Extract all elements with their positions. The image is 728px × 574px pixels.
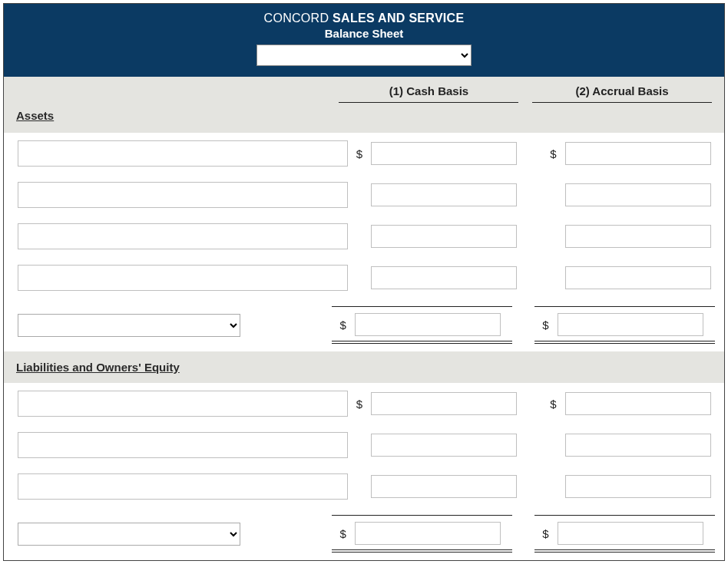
liab-section-band: Liabilities and Owners' Equity	[4, 351, 724, 383]
asset-row	[4, 174, 724, 216]
column-header-cash: (1) Cash Basis	[339, 84, 518, 103]
liab-total-accrual-input[interactable]	[558, 522, 703, 545]
assets-total-cash-input[interactable]	[355, 313, 501, 336]
currency-symbol: $	[348, 398, 371, 411]
liab-total-select[interactable]	[18, 523, 240, 546]
currency-symbol: $	[534, 318, 558, 332]
company-name: CONCORD SALES AND SERVICE	[4, 12, 724, 25]
liab-total-row: $ $	[4, 507, 724, 560]
currency-symbol: $	[348, 147, 371, 160]
liab-accrual-input[interactable]	[565, 475, 711, 498]
liab-row	[4, 424, 724, 466]
liab-total-cash-input[interactable]	[355, 522, 501, 545]
asset-cash-input[interactable]	[371, 142, 517, 165]
liab-label-input[interactable]	[18, 391, 348, 417]
assets-section-title: Assets	[4, 103, 724, 130]
asset-accrual-input[interactable]	[565, 183, 711, 206]
date-select[interactable]	[256, 45, 472, 66]
column-header-accrual: (2) Accrual Basis	[532, 84, 712, 103]
asset-cash-input[interactable]	[371, 183, 517, 206]
asset-accrual-input[interactable]	[565, 225, 711, 248]
currency-symbol: $	[542, 147, 565, 160]
liab-label-input[interactable]	[18, 432, 348, 458]
liab-row	[4, 466, 724, 507]
assets-total-accrual-input[interactable]	[558, 313, 703, 336]
currency-symbol: $	[332, 318, 355, 332]
company-bold: SALES AND SERVICE	[333, 12, 464, 25]
liab-cash-input[interactable]	[371, 434, 517, 457]
liab-cash-input[interactable]	[371, 392, 517, 415]
asset-cash-input[interactable]	[371, 266, 517, 289]
currency-symbol: $	[534, 527, 558, 540]
assets-total-row: $ $	[4, 299, 724, 351]
currency-symbol: $	[542, 398, 565, 411]
asset-accrual-input[interactable]	[565, 266, 711, 289]
liab-cash-input[interactable]	[371, 475, 517, 498]
column-headers-band: (1) Cash Basis (2) Accrual Basis Assets	[4, 77, 724, 133]
liab-accrual-input[interactable]	[565, 392, 711, 415]
asset-row	[4, 216, 724, 257]
asset-row	[4, 257, 724, 299]
asset-label-input[interactable]	[18, 182, 348, 208]
liab-accrual-input[interactable]	[565, 434, 711, 457]
liab-row: $ $	[4, 383, 724, 424]
asset-row: $ $	[4, 133, 724, 174]
asset-label-input[interactable]	[18, 140, 348, 167]
liab-label-input[interactable]	[18, 473, 348, 500]
company-prefix: CONCORD	[264, 12, 333, 25]
assets-total-select[interactable]	[18, 314, 240, 337]
asset-label-input[interactable]	[18, 265, 348, 291]
liab-section-title: Liabilities and Owners' Equity	[4, 351, 724, 383]
currency-symbol: $	[332, 527, 355, 540]
sheet-header: CONCORD SALES AND SERVICE Balance Sheet	[4, 4, 724, 77]
asset-label-input[interactable]	[18, 223, 348, 249]
asset-accrual-input[interactable]	[565, 142, 711, 165]
statement-title: Balance Sheet	[4, 27, 724, 40]
asset-cash-input[interactable]	[371, 225, 517, 248]
